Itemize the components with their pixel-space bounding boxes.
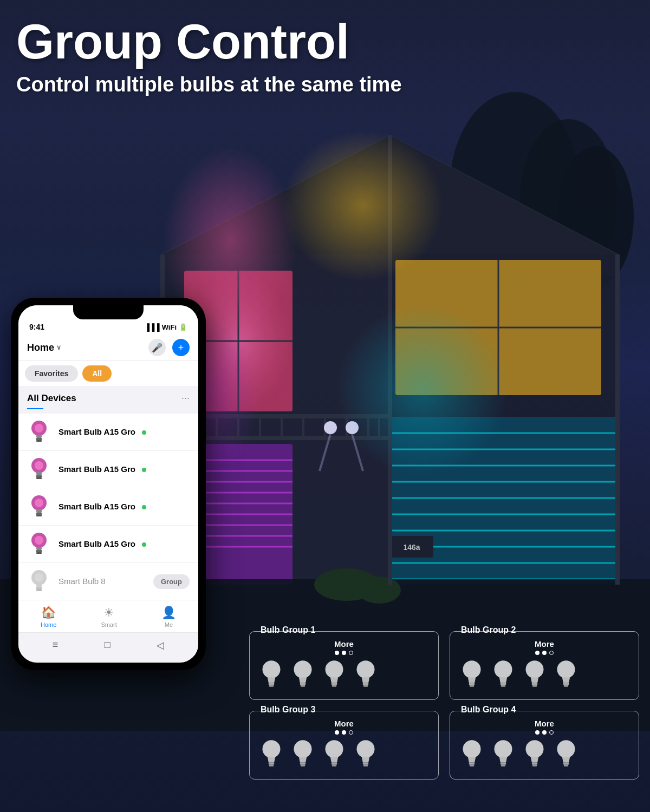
svg-rect-65: [36, 438, 42, 440]
group-2-more-label: More: [458, 639, 631, 649]
device-icon-wrap-3: [27, 495, 51, 519]
device-name-offline: Smart Bulb 8: [58, 577, 106, 586]
device-name-3: Smart Bulb A15 Gro: [58, 502, 135, 511]
headline-section: Group Control Control multiple bulbs at …: [16, 16, 402, 96]
device-list: Smart Bulb A15 Gro: [18, 414, 198, 600]
device-status-1: [142, 430, 146, 435]
svg-rect-66: [36, 440, 42, 442]
group-panel-2: Bulb Group 2 More: [450, 631, 639, 700]
group-button[interactable]: Group: [153, 574, 190, 589]
svg-rect-97: [363, 683, 368, 685]
device-icon-wrap-offline: [27, 569, 51, 593]
svg-rect-86: [36, 590, 42, 591]
home-icon[interactable]: □: [105, 639, 110, 651]
status-icons: ▐▐▐ WiFi 🔋: [145, 323, 187, 331]
section-header: All Devices ···: [18, 386, 198, 407]
group-3-bulb-1: [257, 738, 285, 771]
svg-rect-101: [470, 685, 474, 687]
back-icon[interactable]: ◁: [157, 639, 164, 651]
device-item-1[interactable]: Smart Bulb A15 Gro: [18, 414, 198, 451]
bulb-icon-2: [28, 456, 50, 483]
svg-rect-94: [332, 683, 337, 685]
device-info-2: Smart Bulb A15 Gro: [58, 464, 190, 474]
svg-rect-131: [532, 765, 537, 767]
svg-rect-74: [36, 509, 42, 513]
svg-point-73: [35, 499, 43, 507]
svg-point-93: [325, 660, 343, 678]
svg-rect-109: [563, 683, 569, 685]
svg-point-108: [557, 660, 575, 678]
device-name-4: Smart Bulb A15 Gro: [58, 539, 135, 548]
svg-rect-103: [500, 683, 506, 685]
header-icons: 🎤 +: [148, 339, 190, 356]
svg-rect-128: [501, 765, 505, 767]
svg-rect-59: [388, 135, 392, 585]
bulb-icon-3: [28, 493, 50, 520]
svg-point-111: [262, 740, 280, 758]
dot-2-2: [542, 651, 547, 655]
svg-rect-107: [532, 685, 537, 687]
svg-point-126: [494, 740, 512, 758]
device-info-offline: Smart Bulb 8: [58, 577, 153, 586]
device-item-2[interactable]: Smart Bulb A15 Gro: [18, 451, 198, 488]
group-1-bulb-1: [257, 658, 285, 692]
svg-rect-39: [390, 417, 618, 585]
bottom-nav: 🏠 Home ☀ Smart 👤 Me: [18, 600, 198, 632]
device-item-3[interactable]: Smart Bulb A15 Gro: [18, 488, 198, 526]
device-item-offline[interactable]: Smart Bulb 8 Group: [18, 563, 198, 600]
svg-point-53: [324, 421, 337, 434]
svg-point-63: [35, 424, 43, 433]
main-title: Group Control: [16, 16, 402, 68]
device-name-1: Smart Bulb A15 Gro: [58, 427, 135, 436]
group-3-title: Bulb Group 3: [258, 705, 317, 715]
group-1-more-label: More: [257, 639, 431, 649]
device-info-3: Smart Bulb A15 Gro: [58, 502, 190, 512]
group-4-title: Bulb Group 4: [459, 705, 518, 715]
dot-1-3: [349, 651, 353, 655]
add-button[interactable]: +: [172, 339, 190, 356]
svg-rect-64: [36, 435, 42, 438]
home-nav-icon: 🏠: [41, 606, 56, 620]
svg-rect-112: [269, 762, 274, 764]
group-4-dots: [458, 730, 631, 735]
nav-me[interactable]: 👤 Me: [161, 606, 176, 628]
tab-favorites[interactable]: Favorites: [25, 365, 78, 382]
battery-icon: 🔋: [179, 323, 187, 331]
svg-rect-124: [469, 762, 474, 764]
section-underline: [27, 408, 43, 409]
nav-smart[interactable]: ☀ Smart: [101, 606, 116, 628]
dot-2-1: [535, 651, 540, 655]
group-2-bulb-1: [458, 658, 486, 692]
nav-home[interactable]: 🏠 Home: [41, 606, 56, 628]
group-4-more-label: More: [458, 719, 631, 728]
home-label-group[interactable]: Home ∨: [27, 342, 61, 353]
svg-rect-61: [615, 254, 620, 585]
dot-2-3: [549, 651, 554, 655]
group-panel-1: Bulb Group 1 More: [249, 631, 439, 700]
menu-icon[interactable]: ≡: [53, 639, 58, 651]
svg-point-102: [494, 660, 512, 678]
group-panel-4: Bulb Group 4 More: [450, 711, 639, 780]
phone-notch: [73, 305, 144, 319]
signal-icon: ▐▐▐: [145, 323, 160, 331]
svg-point-132: [557, 740, 575, 758]
svg-rect-118: [332, 762, 337, 764]
phone-bottom-bar: ≡ □ ◁: [18, 632, 198, 656]
svg-rect-115: [300, 762, 306, 764]
device-icon-wrap-1: [27, 420, 51, 444]
device-item-4[interactable]: Smart Bulb A15 Gro: [18, 526, 198, 563]
svg-rect-110: [564, 685, 568, 687]
svg-point-99: [463, 660, 480, 678]
section-more-icon[interactable]: ···: [181, 392, 190, 404]
group-1-bulb-2: [289, 658, 317, 692]
svg-point-54: [346, 421, 359, 434]
tab-all[interactable]: All: [82, 365, 112, 382]
group-3-bulb-3: [320, 738, 348, 771]
mic-button[interactable]: 🎤: [148, 339, 166, 356]
bulb-icon-4: [28, 531, 50, 558]
svg-rect-104: [501, 685, 505, 687]
bulb-icon-1: [28, 418, 50, 446]
svg-rect-113: [269, 765, 274, 767]
group-4-bulb-3: [521, 738, 549, 771]
bulb-icon-offline: [28, 568, 50, 595]
